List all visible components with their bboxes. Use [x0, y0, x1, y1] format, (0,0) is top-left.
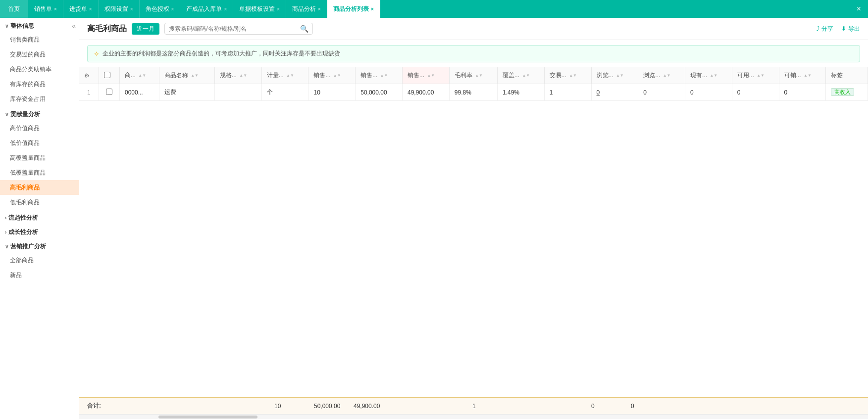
col-name[interactable]: 商品名称 ▲▼ — [159, 67, 214, 84]
close-all-button[interactable]: × — [850, 4, 868, 13]
nav-tab-home[interactable]: 首页 — [0, 0, 28, 18]
page-title: 高毛利商品 — [87, 24, 127, 34]
col-code[interactable]: 商... ▲▼ — [119, 67, 159, 84]
sidebar-item-low-margin[interactable]: 低毛利商品 — [0, 195, 79, 210]
sidebar-item-low-coverage[interactable]: 低覆盖量商品 — [0, 165, 79, 180]
col-available-stock[interactable]: 可用... ▲▼ — [732, 67, 779, 84]
close-icon[interactable]: × — [54, 6, 57, 12]
footer-label: 合计: — [87, 402, 111, 410]
sort-icon[interactable]: ▲▼ — [138, 73, 146, 78]
row-checkbox-cell[interactable] — [99, 84, 119, 101]
sidebar-item-low-value[interactable]: 低价值商品 — [0, 136, 79, 150]
col-gross-margin[interactable]: 毛利率 ▲▼ — [449, 67, 497, 84]
sidebar-item-category-rate[interactable]: 商品分类助销率 — [0, 62, 79, 77]
scrollbar-thumb[interactable] — [158, 416, 257, 419]
sort-icon[interactable]: ▲▼ — [475, 73, 483, 78]
row-sellable-stock: 0 — [779, 84, 826, 101]
content-header: 高毛利商品 近一月 🔍 ⤴ 分享 ⬇ 导出 — [79, 18, 868, 40]
row-current-stock: 0 — [685, 84, 732, 101]
sidebar-item-traded-goods[interactable]: 交易过的商品 — [0, 47, 79, 62]
search-icon[interactable]: 🔍 — [300, 25, 308, 33]
col-sales-profit[interactable]: 销售... ▲▼ — [403, 67, 450, 84]
nav-tab-product-warehouse[interactable]: 产成品入库单 × — [180, 0, 233, 18]
nav-tab-product-analysis-list[interactable]: 商品分析列表 × — [327, 0, 380, 18]
nav-tab-purchase[interactable]: 进货单 × — [63, 0, 99, 18]
col-sales-amount[interactable]: 销售... ▲▼ — [356, 67, 403, 84]
close-icon[interactable]: × — [89, 6, 92, 12]
sidebar-item-high-margin[interactable]: 高毛利商品 — [0, 180, 79, 195]
sidebar-section-trend[interactable]: › 流趋性分析 — [0, 210, 79, 224]
sidebar-item-new-goods[interactable]: 新品 — [0, 268, 79, 282]
nav-tab-product-analysis[interactable]: 商品分析 × — [286, 0, 327, 18]
col-settings[interactable]: ⚙ — [79, 67, 99, 84]
row-view1[interactable]: 0 — [591, 84, 638, 101]
row-checkbox[interactable] — [106, 89, 112, 95]
nav-tab-role[interactable]: 角色授权 × — [140, 0, 181, 18]
sidebar-item-sales-goods[interactable]: 销售类商品 — [0, 32, 79, 47]
time-filter-button[interactable]: 近一月 — [132, 23, 159, 35]
sort-icon[interactable]: ▲▼ — [663, 73, 671, 78]
sidebar-section-marketing-label: 营销推广分析 — [10, 242, 46, 251]
chevron-down-icon: ∨ — [5, 244, 8, 249]
export-label: 导出 — [848, 25, 860, 33]
table-wrapper: ⚙ 商... ▲▼ 商品名称 ▲▼ — [79, 67, 868, 397]
chevron-right-icon: › — [5, 230, 6, 235]
col-coverage[interactable]: 覆盖... ▲▼ — [498, 67, 545, 84]
footer-current-stock: 0 — [586, 403, 626, 410]
footer-spacer8 — [547, 403, 586, 410]
chevron-right-icon: › — [5, 215, 6, 221]
sort-icon[interactable]: ▲▼ — [191, 73, 199, 78]
col-sales-qty[interactable]: 销售... ▲▼ — [308, 67, 356, 84]
col-view1[interactable]: 浏览... ▲▼ — [591, 67, 638, 84]
sidebar-section-marketing[interactable]: ∨ 营销推广分析 — [0, 238, 79, 253]
nav-tab-sales[interactable]: 销售单 × — [28, 0, 63, 18]
col-sellable-stock[interactable]: 可销... ▲▼ — [779, 67, 826, 84]
close-icon[interactable]: × — [130, 6, 133, 12]
sort-icon[interactable]: ▲▼ — [522, 73, 530, 78]
close-icon[interactable]: × — [277, 6, 280, 12]
nav-tab-template[interactable]: 单据模板设置 × — [233, 0, 286, 18]
close-icon[interactable]: × — [224, 6, 227, 12]
high-income-tag: 高收入 — [831, 88, 854, 96]
sidebar-item-high-coverage[interactable]: 高覆盖量商品 — [0, 150, 79, 165]
sidebar-section-contribution[interactable]: ∨ 贡献量分析 — [0, 106, 79, 121]
bottom-scrollbar[interactable] — [79, 414, 868, 419]
sort-icon[interactable]: ▲▼ — [286, 73, 294, 78]
row-view2: 0 — [638, 84, 685, 101]
col-transaction[interactable]: 交易... ▲▼ — [544, 67, 591, 84]
sort-icon[interactable]: ▲▼ — [427, 73, 435, 78]
share-button[interactable]: ⤴ 分享 — [817, 25, 833, 33]
sort-icon[interactable]: ▲▼ — [333, 73, 341, 78]
sidebar-section-contribution-label: 贡献量分析 — [10, 110, 40, 119]
col-spec[interactable]: 规格... ▲▼ — [214, 67, 261, 84]
sidebar-item-stocked-goods[interactable]: 有库存的商品 — [0, 77, 79, 92]
sidebar-section-growth[interactable]: › 成长性分析 — [0, 224, 79, 238]
sort-icon[interactable]: ▲▼ — [616, 73, 624, 78]
col-checkbox[interactable] — [99, 67, 119, 84]
sort-icon[interactable]: ▲▼ — [757, 73, 765, 78]
close-icon[interactable]: × — [371, 6, 374, 12]
footer-spacer6 — [428, 403, 467, 410]
view1-link[interactable]: 0 — [597, 89, 600, 96]
sidebar-item-stock-capital[interactable]: 库存资金占用 — [0, 92, 79, 106]
sort-icon[interactable]: ▲▼ — [380, 73, 388, 78]
close-icon[interactable]: × — [318, 6, 321, 12]
export-button[interactable]: ⬇ 导出 — [841, 25, 860, 33]
close-icon[interactable]: × — [171, 6, 174, 12]
sidebar-section-overall[interactable]: ∨ 整体信息 — [0, 18, 79, 32]
col-view2[interactable]: 浏览... ▲▼ — [638, 67, 685, 84]
sidebar-collapse-button[interactable]: « — [72, 22, 76, 30]
table-row: 1 0000... 运费 个 10 50,000.00 49,900.00 99… — [79, 84, 868, 101]
sidebar-item-high-value[interactable]: 高价值商品 — [0, 121, 79, 136]
sidebar-item-all-goods[interactable]: 全部商品 — [0, 253, 79, 268]
sort-icon[interactable]: ▲▼ — [710, 73, 717, 78]
sort-icon[interactable]: ▲▼ — [239, 73, 247, 78]
col-current-stock[interactable]: 现有... ▲▼ — [685, 67, 732, 84]
col-unit[interactable]: 计量... ▲▼ — [261, 67, 308, 84]
nav-tab-permission[interactable]: 权限设置 × — [99, 0, 140, 18]
col-tag[interactable]: 标签 — [826, 67, 868, 84]
search-input[interactable] — [169, 25, 297, 32]
select-all-checkbox[interactable] — [104, 72, 110, 78]
sort-icon[interactable]: ▲▼ — [569, 73, 577, 78]
sort-icon[interactable]: ▲▼ — [804, 73, 812, 78]
